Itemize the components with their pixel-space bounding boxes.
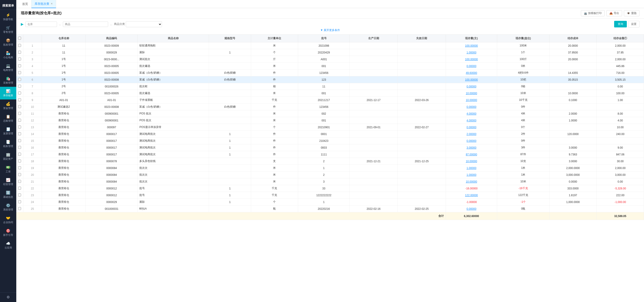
row-qty-main[interactable]: 100.00000 [446,56,497,63]
row-qty-main[interactable]: 1.00000 [446,172,497,178]
sidebar-item-ecommerce[interactable]: 💻 电商管理 [0,61,16,74]
sidebar-item-finance[interactable]: 💰 资金管理 [0,99,16,112]
row-checkbox[interactable] [18,173,21,176]
row-checkbox[interactable] [18,153,21,156]
row-checkbox[interactable] [18,58,21,61]
sidebar-item-basic-info[interactable]: ℹ️ 基础信息 [0,188,16,201]
row-qty-main[interactable]: 87.00000 [446,151,497,158]
select-all-checkbox[interactable] [18,37,21,40]
row-checkbox-cell [16,97,23,103]
row-checkbox[interactable] [18,187,21,190]
goods-input[interactable] [63,22,108,27]
row-qty-main[interactable]: 0.00000 [446,83,497,90]
row-checkbox[interactable] [18,64,21,67]
sidebar-item-payroll[interactable]: 💵 工资 [0,163,16,176]
row-qty-main[interactable]: 100.00000 [446,42,497,49]
sidebar-item-quick-nav[interactable]: ⚡ 快捷导航 [0,11,16,23]
sidebar-item-mini-shop[interactable]: 🏪 小幺电商 [0,49,16,61]
row-qty-main[interactable]: 0.00000 [446,103,497,110]
sidebar-item-corp-coop[interactable]: 🤝 企业协同 [0,214,16,226]
row-qty-main[interactable]: 4.00000 [446,110,497,117]
row-checkbox[interactable] [18,207,21,210]
tab-inventory-batch[interactable]: 库存批次查 ✕ [32,0,56,8]
row-qty-main[interactable]: 3.00000 [446,144,497,151]
row-qty-main[interactable]: -1.00000 [446,199,497,206]
sidebar-logo[interactable]: 搜索菜单 [0,2,16,10]
sidebar-item-fixed-asset[interactable]: 🏢 固定资产 [0,150,16,163]
total-unit-cost [549,212,596,220]
row-qty-main[interactable]: 0.00000 [446,137,497,144]
row-checkbox[interactable] [18,98,21,101]
filter-expand-arrow[interactable]: ▶ [21,22,24,26]
sidebar-item-sys-mgmt[interactable]: ⚙️ 系统管理 [0,201,16,214]
row-qty-main[interactable]: 0.00000 [446,206,497,212]
sidebar-item-cloud-app[interactable]: ☁️ 云应用 [0,239,16,252]
row-checkbox[interactable] [18,119,21,122]
sidebar-item-inventory[interactable]: 📊 库存核算 [0,87,16,99]
row-qty-main[interactable]: 1.00000 [446,165,497,172]
row-checkbox[interactable] [18,112,21,115]
row-checkbox[interactable] [18,180,21,183]
sidebar-item-invoice[interactable]: 🧾 发票管理 [0,125,16,137]
row-checkbox[interactable] [18,200,21,203]
tab-home[interactable]: 首页 [19,0,32,8]
row-goods-name: 测试电商批次 [138,137,209,144]
category-select[interactable] [126,21,162,27]
row-checkbox[interactable] [18,51,21,54]
row-qty-main[interactable]: 10.00000 [446,97,497,103]
row-checkbox[interactable] [18,160,21,163]
row-qty-main[interactable]: 0.00000 [446,63,497,70]
row-checkbox[interactable] [18,146,21,149]
row-checkbox-cell [16,42,23,49]
set-button[interactable]: 设置 [628,21,640,27]
row-checkbox[interactable] [18,125,21,128]
row-qty-main[interactable]: 122.00000 [446,192,497,199]
sidebar-item-biz-mgmt[interactable]: 📈 经营管理 [0,176,16,188]
toggle-button[interactable]: 👁️ 显隐 [624,10,640,16]
expand-more-btn[interactable]: ▼ 展开更多条件 [320,28,340,32]
row-produce-date [350,178,398,185]
print-button[interactable]: 🖨️ 按模板打印 [581,10,605,16]
row-qty-main[interactable]: 49.60000 [446,70,497,76]
row-qty-main[interactable]: -16.00000 [446,185,497,192]
row-qty-main[interactable]: 10.00000 [446,158,497,165]
row-qty-main[interactable]: 10.00000 [446,178,497,185]
row-qty-main[interactable]: 2.00000 [446,131,497,137]
table-area[interactable]: 仓库名称 商品编码 商品名称 规格型号 主计量单位 批号 生产日期 失效日期 现… [16,35,644,302]
tab-close-inventory-batch[interactable]: ✕ [51,2,53,5]
sidebar: 搜索菜单 ⚡ 快捷导航 🛒 零售管理 📦 批发管理 🏪 小幺电商 💻 电商管理 … [0,0,16,302]
row-checkbox[interactable] [18,85,21,88]
row-checkbox[interactable] [18,78,21,81]
col-checkbox [16,35,23,42]
row-spec [209,90,251,97]
row-qty-main[interactable]: 1.00000 [446,49,497,56]
sidebar-item-general[interactable]: 📋 总账管理 [0,112,16,125]
row-checkbox-cell [16,137,23,144]
row-expire-date: 2021-12-25 [398,158,446,165]
row-checkbox[interactable] [18,132,21,135]
sidebar-item-tax[interactable]: 📑 税务管理 [0,137,16,150]
row-checkbox[interactable] [18,92,21,94]
sidebar-settings[interactable]: ⚙ [0,292,16,302]
sidebar-item-retail[interactable]: 🛒 零售管理 [0,23,16,36]
row-batch-no: 001 [298,63,350,70]
row-checkbox[interactable] [18,194,21,196]
export-button[interactable]: 📤 导出 [606,10,622,16]
warehouse-input[interactable] [25,22,57,27]
row-unit-cost [549,124,596,131]
row-checkbox[interactable] [18,105,21,108]
table-row: 9 A01-01 A01-01 子件省票船 千克 20211217 2021-1… [16,97,644,103]
row-checkbox[interactable] [18,139,21,142]
row-checkbox-cell [16,131,23,137]
sidebar-item-purchase[interactable]: 🛍️ 采购管理 [0,74,16,87]
row-qty-main[interactable]: 0.00000 [446,124,497,131]
sidebar-item-wholesale[interactable]: 📦 批发管理 [0,36,16,49]
sidebar-item-new-guide[interactable]: 🎯 新手引导 [0,226,16,239]
row-qty-main[interactable]: 4.00000 [446,117,497,124]
row-qty-main[interactable]: 100.00000 [446,76,497,83]
search-button[interactable]: 查询 [614,21,627,27]
row-checkbox[interactable] [18,166,21,169]
row-checkbox[interactable] [18,44,21,47]
row-checkbox[interactable] [18,71,21,74]
row-qty-main[interactable]: 10.00000 [446,90,497,97]
